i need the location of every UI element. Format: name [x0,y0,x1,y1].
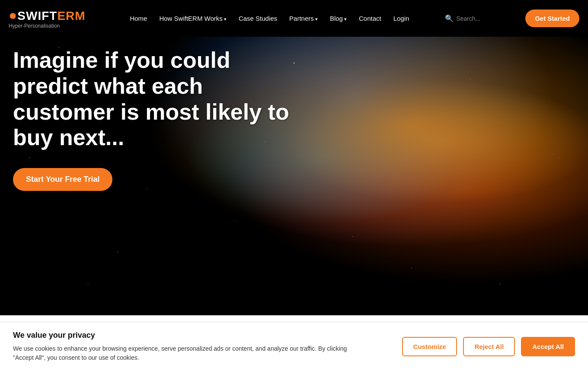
nav-how-it-works[interactable]: How SwiftERM Works [159,15,226,22]
nav-links: Home How SwiftERM Works Case Studies Par… [103,15,436,22]
search-input[interactable] [456,15,517,22]
get-started-button[interactable]: Get Started [525,10,579,27]
free-trial-button[interactable]: Start Your Free Trial [13,168,112,191]
logo-swift: SWIFT [17,9,57,22]
cookie-accept-button[interactable]: Accept All [521,337,575,356]
logo: ●SWIFTERM [9,8,86,22]
nav-case-studies[interactable]: Case Studies [239,15,277,22]
logo-dot: ● [9,7,17,23]
nav-home[interactable]: Home [130,15,147,22]
nav-login[interactable]: Login [393,15,409,22]
search-area: 🔍 [445,14,517,22]
logo-tagline: Hyper-Personalisation [9,23,86,29]
search-icon: 🔍 [445,14,454,22]
navigation: ●SWIFTERM Hyper-Personalisation Home How… [0,0,588,37]
nav-partners[interactable]: Partners [289,15,318,22]
cookie-left: We value your privacy We use cookies to … [13,331,385,362]
cookie-banner: We value your privacy We use cookies to … [0,322,588,371]
cookie-text: We use cookies to enhance your browsing … [13,344,368,362]
cookie-buttons: Customize Reject All Accept All [402,337,575,356]
nav-contact[interactable]: Contact [359,15,381,22]
cookie-customize-button[interactable]: Customize [402,337,457,356]
cookie-reject-button[interactable]: Reject All [463,337,515,356]
cookie-banner-inner: We value your privacy We use cookies to … [13,331,575,362]
logo-erm: ERM [57,9,85,22]
nav-blog[interactable]: Blog [330,15,347,22]
hero-headline: Imagine if you could predict what each c… [13,48,307,151]
cookie-title: We value your privacy [13,331,385,340]
logo-link[interactable]: ●SWIFTERM Hyper-Personalisation [9,8,86,29]
hero-content: Imagine if you could predict what each c… [13,48,307,191]
